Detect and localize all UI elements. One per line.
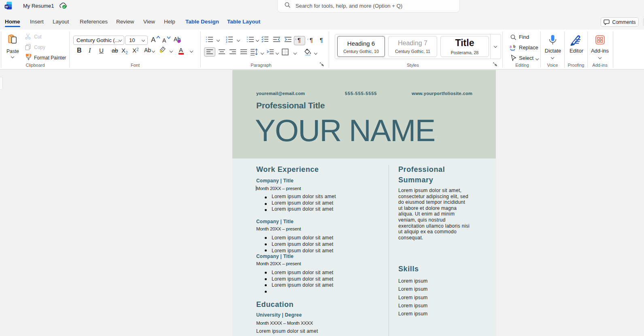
svg-text:c: c [513, 49, 515, 51]
svg-text:b: b [513, 44, 516, 49]
svg-text:a: a [510, 44, 512, 49]
svg-text:3: 3 [226, 41, 227, 43]
svg-text:W: W [5, 5, 9, 8]
